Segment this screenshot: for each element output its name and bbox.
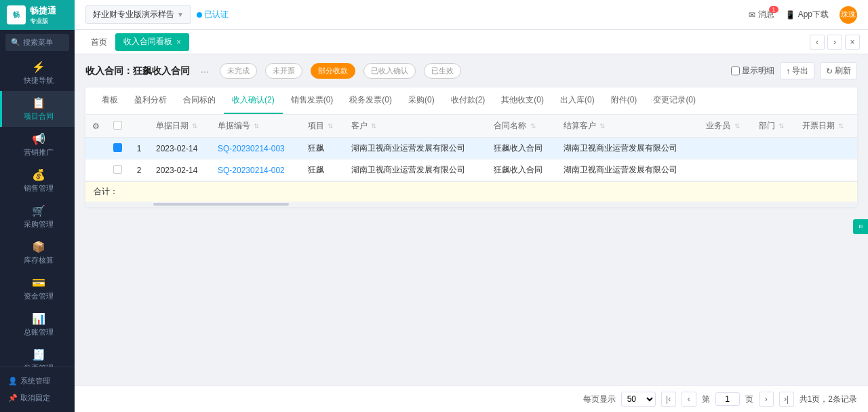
tab-change-log[interactable]: 变更记录(0) bbox=[645, 88, 704, 114]
row-result-customer-cell: 湖南卫视商业运营发展有限公司 bbox=[557, 138, 699, 160]
search-menu-button[interactable]: 🔍 搜索菜单 bbox=[5, 34, 69, 51]
status-partial-button[interactable]: 部分收款 bbox=[311, 63, 355, 79]
tab-profit[interactable]: 盈利分析 bbox=[126, 88, 175, 114]
sidebar-cancel-fixed-item[interactable]: 📌 取消固定 bbox=[5, 390, 69, 407]
row-customer-cell: 湖南卫视商业运营发展有限公司 bbox=[344, 160, 487, 181]
row-code-link[interactable]: SQ-20230214-002 bbox=[218, 166, 285, 175]
sidebar-system-item[interactable]: 👤 系统管理 bbox=[5, 373, 69, 390]
per-page-select[interactable]: 50 100 bbox=[621, 392, 656, 407]
user-avatar-action[interactable]: 珠珠 bbox=[840, 6, 857, 24]
tab-prev-button[interactable]: ‹ bbox=[810, 35, 825, 50]
status-effective-button[interactable]: 已生效 bbox=[424, 63, 461, 79]
prev-page-button[interactable]: ‹ bbox=[682, 392, 696, 407]
tab-home[interactable]: 首页 bbox=[83, 30, 115, 54]
cancel-fixed-label: 取消固定 bbox=[20, 393, 50, 403]
total-label: 合计： bbox=[94, 187, 118, 196]
company-selector[interactable]: 好业财专业版演示样告 ▼ bbox=[85, 5, 191, 24]
system-label: 系统管理 bbox=[20, 376, 50, 386]
page-suffix: 页 bbox=[745, 394, 753, 405]
sidebar-item-quick-nav[interactable]: ⚡ 快捷导航 bbox=[0, 55, 75, 91]
app-download-action[interactable]: 📱 App下载 bbox=[785, 9, 829, 20]
th-salesperson[interactable]: 业务员 ⇅ bbox=[699, 115, 752, 138]
sidebar-item-marketing[interactable]: 📢 营销推广 bbox=[0, 127, 75, 163]
th-contract-name[interactable]: 合同名称 ⇅ bbox=[487, 115, 557, 138]
th-department[interactable]: 部门 ⇅ bbox=[752, 115, 795, 138]
sidebar-item-invoice[interactable]: 🧾 发票管理 bbox=[0, 343, 75, 367]
row-checkbox-cell[interactable] bbox=[106, 138, 129, 160]
th-customer[interactable]: 客户 ⇅ bbox=[344, 115, 487, 138]
message-action[interactable]: ✉ 消息 1 bbox=[749, 9, 774, 20]
float-icon: ≡ bbox=[857, 225, 865, 229]
sort-icon: ⇅ bbox=[778, 122, 784, 130]
phone-icon: 📱 bbox=[785, 10, 795, 20]
sidebar-item-label: 快捷导航 bbox=[24, 75, 54, 86]
show-detail-checkbox[interactable] bbox=[731, 67, 740, 75]
tab-close-icon[interactable]: × bbox=[176, 37, 181, 47]
general-account-icon: 📊 bbox=[32, 312, 45, 325]
certified-dot-icon bbox=[197, 12, 202, 18]
row-checkbox-cell[interactable] bbox=[106, 160, 129, 181]
row-department-cell bbox=[752, 160, 795, 181]
status-uninvoiced-button[interactable]: 未开票 bbox=[265, 63, 302, 79]
table-row[interactable]: 2 2023-02-14 SQ-20230214-002 狂飙 湖南卫视商业运营… bbox=[85, 160, 857, 181]
tab-close-all-button[interactable]: × bbox=[845, 35, 860, 50]
tab-purchase[interactable]: 采购(0) bbox=[400, 88, 443, 114]
tab-contract-standard[interactable]: 合同标的 bbox=[175, 88, 224, 114]
tab-sales-invoice[interactable]: 销售发票(0) bbox=[283, 88, 342, 114]
sidebar-item-general-account[interactable]: 📊 总账管理 bbox=[0, 307, 75, 343]
row-code-link[interactable]: SQ-20230214-003 bbox=[218, 144, 285, 153]
tab-contract-board[interactable]: 收入合同看板 × bbox=[115, 33, 189, 51]
sidebar-item-inventory[interactable]: 📦 库存核算 bbox=[0, 235, 75, 271]
first-page-button[interactable]: |‹ bbox=[661, 392, 676, 407]
tab-payment[interactable]: 收付款(2) bbox=[443, 88, 494, 114]
scroll-bar[interactable] bbox=[153, 203, 289, 206]
row-code-cell[interactable]: SQ-20230214-003 bbox=[211, 138, 301, 160]
page-input[interactable] bbox=[715, 392, 740, 406]
status-confirmed-button[interactable]: 已收入确认 bbox=[363, 63, 416, 79]
tab-income-confirm[interactable]: 收入确认(2) bbox=[224, 88, 283, 114]
sidebar-item-project-contract[interactable]: 📋 项目合同 bbox=[0, 91, 75, 127]
table-row[interactable]: 1 2023-02-14 SQ-20230214-003 狂飙 湖南卫视商业运营… bbox=[85, 138, 857, 160]
select-all-checkbox[interactable] bbox=[113, 121, 122, 130]
sort-icon: ⇅ bbox=[254, 122, 259, 130]
pagination: 每页显示 50 100 |‹ ‹ 第 页 › ›| 共1页，2条记录 bbox=[75, 386, 868, 412]
th-date[interactable]: 单据日期 ⇅ bbox=[149, 115, 211, 138]
th-checkbox[interactable] bbox=[106, 115, 129, 138]
th-code[interactable]: 单据编号 ⇅ bbox=[211, 115, 301, 138]
th-settings[interactable]: ⚙ bbox=[85, 115, 106, 138]
tab-attachment[interactable]: 附件(0) bbox=[603, 88, 646, 114]
page-label: 第 bbox=[702, 394, 710, 405]
inventory-icon: 📦 bbox=[32, 240, 45, 253]
sidebar-item-label: 销售管理 bbox=[24, 183, 54, 193]
contract-more-button[interactable]: ··· bbox=[198, 66, 212, 77]
next-page-button[interactable]: › bbox=[759, 392, 774, 407]
chevron-down-icon: ▼ bbox=[177, 11, 184, 18]
row-checkbox[interactable] bbox=[113, 165, 122, 174]
row-result-customer-cell: 湖南卫视商业运营发展有限公司 bbox=[557, 160, 699, 181]
refresh-button[interactable]: ↻ 刷新 bbox=[820, 62, 857, 79]
logo-sub: 专业版 bbox=[30, 17, 56, 26]
show-detail-label[interactable]: 显示明细 bbox=[731, 65, 774, 77]
tab-next-button[interactable]: › bbox=[827, 35, 842, 50]
sidebar-item-capital[interactable]: 💳 资金管理 bbox=[0, 271, 75, 307]
tab-tax-invoice[interactable]: 税务发票(0) bbox=[341, 88, 400, 114]
last-page-button[interactable]: ›| bbox=[779, 392, 794, 407]
tab-outbound[interactable]: 出入库(0) bbox=[552, 88, 603, 114]
sidebar-item-purchase[interactable]: 🛒 采购管理 bbox=[0, 199, 75, 235]
th-project[interactable]: 项目 ⇅ bbox=[301, 115, 344, 138]
table-footer: 合计： bbox=[85, 181, 857, 202]
th-invoice-date[interactable]: 开票日期 ⇅ bbox=[795, 115, 857, 138]
row-date-cell: 2023-02-14 bbox=[149, 160, 211, 181]
tab-kanban[interactable]: 看板 bbox=[94, 88, 126, 114]
status-incomplete-button[interactable]: 未完成 bbox=[220, 63, 257, 79]
right-float-button[interactable]: ≡ bbox=[853, 219, 868, 234]
sidebar-item-label: 资金管理 bbox=[24, 291, 54, 301]
tab-other-income[interactable]: 其他收支(0) bbox=[493, 88, 552, 114]
row-code-cell[interactable]: SQ-20230214-002 bbox=[211, 160, 301, 181]
sidebar-item-sales[interactable]: 💰 销售管理 bbox=[0, 163, 75, 199]
sidebar-bottom: 👤 系统管理 📌 取消固定 bbox=[0, 367, 75, 412]
export-button[interactable]: ↑ 导出 bbox=[780, 62, 814, 79]
th-result-customer[interactable]: 结算客户 ⇅ bbox=[557, 115, 699, 138]
refresh-icon: ↻ bbox=[826, 67, 833, 76]
row-checkbox[interactable] bbox=[113, 143, 122, 152]
